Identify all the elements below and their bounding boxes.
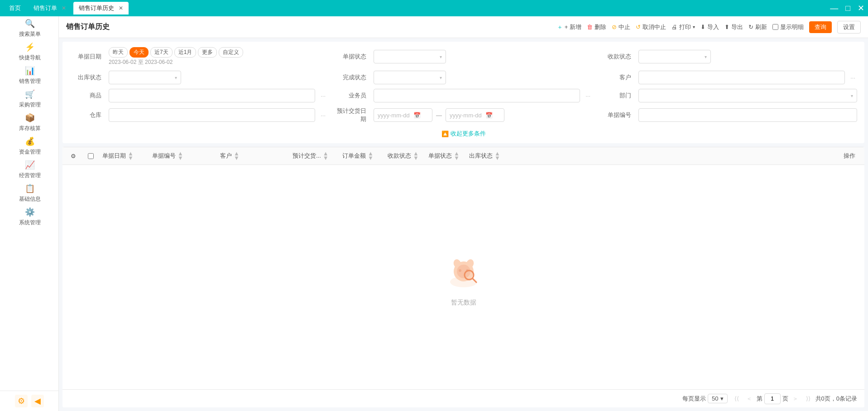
complete-status-arrow: ▾ — [440, 75, 442, 80]
query-button[interactable]: 查询 — [809, 21, 832, 33]
date-sort-icon[interactable]: ▲▼ — [128, 151, 134, 161]
sidebar-item-basic-info[interactable]: 📋 基础信息 — [0, 181, 58, 205]
tab-sales-order[interactable]: 销售订单 ✕ — [28, 2, 72, 15]
sidebar-collapse-btn[interactable]: ◀ — [31, 395, 44, 407]
svg-point-6 — [457, 265, 470, 278]
pay-status-select[interactable]: ▾ — [638, 50, 711, 63]
show-detail-checkbox-label[interactable]: 显示明细 — [772, 23, 804, 31]
tab-sales-order-history-close[interactable]: ✕ — [119, 5, 123, 11]
th-out-status-label: 出库状态 — [469, 152, 493, 160]
sidebar-item-fund-mgmt[interactable]: 💰 资金管理 — [0, 134, 58, 158]
new-button[interactable]: ＋ + 新增 — [557, 23, 581, 31]
tab-sales-order-history[interactable]: 销售订单历史 ✕ — [73, 2, 129, 15]
toolbar: ＋ + 新增 🗑 删除 ⊘ 中止 ↺ 取消中止 🖨 打印 — [557, 21, 861, 34]
delivery-date-end[interactable]: yyyy-mm-dd 📅 — [446, 108, 504, 122]
bill-number-control — [638, 108, 857, 122]
complete-status-select[interactable]: ▾ — [374, 71, 446, 84]
business-mgmt-icon: 📈 — [25, 160, 35, 170]
warehouse-input[interactable] — [109, 108, 315, 122]
delivery-date-start[interactable]: yyyy-mm-dd 📅 — [374, 108, 432, 122]
page-size-box[interactable]: 50 ▾ — [708, 394, 727, 403]
th-settings[interactable]: ⚙ — [64, 153, 82, 160]
show-detail-checkbox[interactable] — [772, 24, 778, 30]
last-page-btn[interactable]: ⟩⟩ — [803, 393, 814, 404]
bill-status-sort-icon[interactable]: ▲▼ — [454, 151, 460, 161]
out-status-arrow: ▾ — [175, 75, 177, 80]
refresh-label: 刷新 — [755, 23, 767, 31]
sidebar-item-system-mgmt[interactable]: ⚙️ 系统管理 — [0, 205, 58, 228]
print-button[interactable]: 🖨 打印 ▾ — [671, 23, 695, 31]
bill-number-input[interactable] — [638, 108, 857, 122]
salesperson-more-btn[interactable]: ··· — [584, 92, 592, 99]
current-page-input[interactable] — [764, 393, 781, 404]
cancel-stop-label: 取消中止 — [643, 23, 666, 31]
out-status-sort-icon[interactable]: ▲▼ — [494, 151, 500, 161]
sidebar-item-search-menu[interactable]: 🔍 搜索菜单 — [0, 16, 58, 40]
number-sort-icon[interactable]: ▲▼ — [177, 151, 183, 161]
select-all-checkbox[interactable] — [88, 153, 94, 159]
th-date-label: 单据日期 — [102, 152, 126, 160]
export-button[interactable]: ⬆ 导出 — [724, 23, 743, 31]
department-select[interactable]: ▾ — [638, 89, 857, 102]
btn-1month[interactable]: 近1月 — [174, 47, 197, 58]
btn-yesterday[interactable]: 昨天 — [109, 47, 128, 58]
page-label: 第 — [757, 395, 762, 403]
calendar-end-icon: 📅 — [485, 112, 493, 119]
print-arrow-icon: ▾ — [693, 24, 695, 29]
sidebar-item-sales-mgmt[interactable]: 📊 销售管理 — [0, 63, 58, 87]
tab-sales-order-history-label: 销售订单历史 — [79, 4, 114, 12]
sidebar-item-quick-nav-label: 快捷导航 — [19, 54, 41, 62]
sidebar-item-quick-nav[interactable]: ⚡ 快捷导航 — [0, 40, 58, 63]
tab-home[interactable]: 首页 — [4, 2, 26, 15]
customer-sort-icon[interactable]: ▲▼ — [234, 151, 240, 161]
sidebar-settings-btn[interactable]: ⚙ — [15, 395, 28, 407]
sidebar-item-business-mgmt[interactable]: 📈 经营管理 — [0, 158, 58, 181]
settings-button[interactable]: 设置 — [837, 21, 861, 34]
page-title: 销售订单历史 — [66, 22, 557, 32]
btn-7days[interactable]: 近7天 — [150, 47, 173, 58]
goods-label: 商品 — [70, 92, 101, 100]
customer-input[interactable] — [638, 71, 845, 84]
sidebar-item-purchase-mgmt[interactable]: 🛒 采购管理 — [0, 87, 58, 111]
basic-info-icon: 📋 — [25, 184, 35, 193]
next-page-btn[interactable]: ＞ — [790, 393, 801, 404]
warehouse-more-btn[interactable]: ··· — [319, 112, 327, 119]
refresh-icon: ↻ — [748, 24, 753, 30]
customer-control: ··· — [638, 71, 857, 84]
th-pay-status: 收款状态 ▲▼ — [384, 151, 425, 161]
import-button[interactable]: ⬇ 导入 — [700, 23, 719, 31]
collapse-button[interactable]: 🔼 收起更多条件 — [441, 130, 486, 138]
amount-sort-icon[interactable]: ▲▼ — [368, 151, 374, 161]
filter-row-warehouse: 仓库 ··· 预计交货日期 yyyy-mm-dd 📅 — yyyy-mm-dd … — [70, 107, 857, 123]
tab-sales-order-close[interactable]: ✕ — [62, 5, 66, 11]
window-close[interactable]: ✕ — [858, 3, 864, 13]
goods-input[interactable] — [109, 89, 315, 102]
pay-status-sort-icon[interactable]: ▲▼ — [413, 151, 419, 161]
delivery-sort-icon[interactable]: ▲▼ — [323, 151, 329, 161]
salesperson-input[interactable] — [374, 89, 580, 102]
delete-button[interactable]: 🗑 删除 — [587, 23, 606, 31]
stop-button[interactable]: ⊘ 中止 — [612, 23, 630, 31]
empty-state: 暂无数据 — [62, 165, 864, 389]
window-maximize[interactable]: □ — [845, 4, 850, 13]
prev-page-btn[interactable]: ＜ — [744, 393, 755, 404]
sidebar-item-inventory-check[interactable]: 📦 库存核算 — [0, 111, 58, 134]
date-display: 昨天 今天 近7天 近1月 更多 自定义 2023-06-02 至 2023-0… — [109, 47, 243, 66]
th-checkbox[interactable] — [82, 153, 99, 159]
customer-more-btn[interactable]: ··· — [849, 74, 857, 81]
bill-status-select[interactable]: ▾ — [374, 50, 446, 63]
btn-custom[interactable]: 自定义 — [219, 47, 243, 58]
btn-today[interactable]: 今天 — [129, 47, 149, 58]
window-minimize[interactable]: — — [830, 4, 838, 13]
refresh-button[interactable]: ↻ 刷新 — [748, 23, 767, 31]
goods-more-btn[interactable]: ··· — [319, 92, 327, 99]
out-status-select[interactable]: ▾ — [109, 71, 181, 84]
th-bill-status-label: 单据状态 — [428, 152, 452, 160]
date-filter-control: 昨天 今天 近7天 近1月 更多 自定义 2023-06-02 至 2023-0… — [109, 47, 327, 66]
cancel-stop-button[interactable]: ↺ 取消中止 — [636, 23, 666, 31]
delivery-date-label: 预计交货日期 — [335, 107, 366, 123]
customer-label: 客户 — [599, 73, 631, 82]
page-size-value: 50 — [712, 395, 718, 402]
btn-more[interactable]: 更多 — [198, 47, 217, 58]
first-page-btn[interactable]: ⟨⟨ — [731, 393, 742, 404]
